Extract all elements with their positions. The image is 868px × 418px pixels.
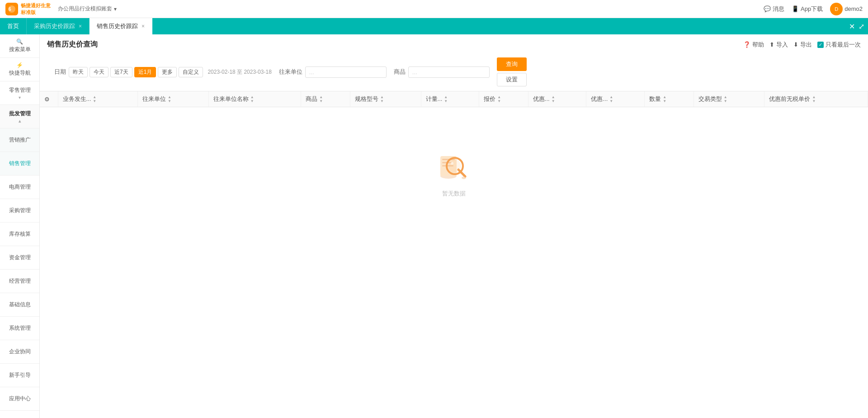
col-qty[interactable]: 数量 ▲▼: [645, 91, 694, 107]
product-input[interactable]: ...: [408, 66, 490, 78]
product-filter-group: 商品 ...: [394, 66, 490, 78]
date-btn-custom[interactable]: 自定义: [179, 67, 203, 77]
sidebar-item-finance[interactable]: 资金管理: [0, 246, 39, 270]
close-all-tabs-btn[interactable]: ✕: [849, 22, 855, 31]
col-unit[interactable]: 计量... ▲▼: [421, 91, 479, 107]
sidebar-item-ecommerce[interactable]: 电商管理: [0, 176, 39, 199]
sidebar-item-retail-mgmt[interactable]: 零售管理 ▾: [0, 81, 39, 105]
tab-purchase-history-close[interactable]: ×: [79, 23, 82, 29]
sidebar-item-marketing[interactable]: 营销推广: [0, 128, 39, 152]
chevron-down-icon: ▾: [19, 95, 21, 100]
sidebar-item-sales-mgmt[interactable]: 销售管理: [0, 152, 39, 176]
logo-area: 6 畅捷通好生意 标准版: [5, 2, 51, 15]
tabbar-actions: ✕ ⤢: [845, 22, 868, 31]
date-btn-today[interactable]: 今天: [90, 67, 108, 77]
tabbar: 首页 采购历史价跟踪 × 销售历史价跟踪 × ✕ ⤢: [0, 18, 868, 34]
col-pre-tax-price[interactable]: 优惠前无税单价 ▲▼: [764, 91, 868, 107]
page-title: 销售历史价查询: [47, 40, 98, 49]
sidebar-item-system[interactable]: 系统管理: [0, 317, 39, 340]
sidebar-item-operations[interactable]: 经营管理: [0, 270, 39, 293]
settings-button[interactable]: 设置: [497, 73, 527, 86]
date-range-text: 2023-02-18 至 2023-03-18: [208, 68, 271, 76]
col-trade-type[interactable]: 交易类型 ▲▼: [693, 91, 764, 107]
product-placeholder: ...: [412, 69, 417, 76]
message-btn[interactable]: 💬 消息: [764, 5, 784, 13]
topbar-right: 💬 消息 📱 App下载 D demo2: [764, 3, 863, 15]
topbar: 6 畅捷通好生意 标准版 办公用品行业模拟账套 ▾ 💬 消息 📱 App下载 D…: [0, 0, 868, 18]
sidebar-item-inventory[interactable]: 库存核算: [0, 223, 39, 246]
export-icon: ⬇: [793, 41, 798, 48]
date-filter-group: 日期 昨天 今天 近7天 近1月 更多 自定义 2023-02-18 至 202…: [54, 67, 272, 77]
only-last-checkbox[interactable]: 只看最后一次: [817, 41, 861, 49]
app-selector[interactable]: 办公用品行业模拟账套 ▾: [54, 5, 120, 13]
app-download-btn[interactable]: 📱 App下载: [792, 5, 823, 13]
sidebar-item-quick-nav[interactable]: ⚡ 快捷导航: [0, 58, 39, 81]
logo-text: 畅捷通好生意 标准版: [21, 2, 51, 15]
col-partner-name[interactable]: 往来单位名称 ▲▼: [208, 91, 301, 107]
partner-label: 往来单位: [279, 68, 302, 76]
chevron-up-icon: ▴: [19, 119, 21, 124]
expand-btn[interactable]: ⤢: [859, 22, 864, 31]
header-actions: ❓ 帮助 ⬆ 导入 ⬇ 导出 只看最后一次: [743, 41, 861, 49]
col-quote[interactable]: 报价 ▲▼: [479, 91, 528, 107]
table-body: 暂无数据: [40, 107, 868, 234]
page-title-row: 销售历史价查询 ❓ 帮助 ⬆ 导入 ⬇ 导出: [47, 40, 861, 49]
user-menu[interactable]: D demo2: [830, 3, 863, 15]
sidebar: 🔍 搜索菜单 ⚡ 快捷导航 零售管理 ▾ 批发管理 ▴ 营销推广 销售管理 电商…: [0, 34, 40, 418]
sidebar-item-guide[interactable]: 新手引导: [0, 364, 39, 387]
search-icon: 🔍: [16, 38, 23, 45]
empty-illustration: [431, 143, 476, 184]
col-product[interactable]: 商品 ▲▼: [301, 91, 350, 107]
partner-input[interactable]: ...: [305, 66, 387, 78]
sidebar-item-purchase[interactable]: 采购管理: [0, 199, 39, 223]
date-btn-more[interactable]: 更多: [158, 67, 177, 77]
sidebar-item-enterprise[interactable]: 企业协同: [0, 340, 39, 364]
date-label: 日期: [54, 68, 66, 76]
tab-sales-history[interactable]: 销售历史价跟踪 ×: [90, 18, 152, 34]
col-discount-amt[interactable]: 优惠... ▲▼: [586, 91, 645, 107]
product-label: 商品: [394, 68, 406, 76]
sidebar-item-app-center[interactable]: 应用中心: [0, 387, 39, 411]
topbar-left: 6 畅捷通好生意 标准版 办公用品行业模拟账套 ▾: [5, 2, 120, 15]
sidebar-item-wholesale-mgmt[interactable]: 批发管理 ▴: [0, 105, 39, 128]
data-table: ⚙ 业务发生... ▲▼ 往来单位 ▲▼: [40, 91, 868, 234]
svg-text:6: 6: [9, 7, 11, 12]
col-partner-code[interactable]: 往来单位 ▲▼: [138, 91, 209, 107]
tab-sales-history-close[interactable]: ×: [142, 23, 145, 29]
content-area: 销售历史价查询 ❓ 帮助 ⬆ 导入 ⬇ 导出: [40, 34, 868, 418]
partner-placeholder: ...: [309, 69, 314, 76]
export-btn[interactable]: ⬇ 导出: [793, 41, 812, 49]
tab-home[interactable]: 首页: [0, 18, 27, 34]
col-discount-rate[interactable]: 优惠... ▲▼: [528, 91, 586, 107]
phone-icon: 📱: [792, 5, 799, 12]
table-header: ⚙ 业务发生... ▲▼ 往来单位 ▲▼: [40, 91, 868, 107]
import-btn[interactable]: ⬆ 导入: [769, 41, 788, 49]
main-layout: 🔍 搜索菜单 ⚡ 快捷导航 零售管理 ▾ 批发管理 ▴ 营销推广 销售管理 电商…: [0, 34, 868, 418]
sidebar-item-search-menu[interactable]: 🔍 搜索菜单: [0, 34, 39, 58]
help-icon: ❓: [743, 41, 750, 48]
col-biz-date[interactable]: 业务发生... ▲▼: [58, 91, 138, 107]
query-button[interactable]: 查询: [497, 57, 527, 71]
partner-filter-group: 往来单位 ...: [279, 66, 387, 78]
svg-point-10: [451, 162, 453, 165]
sidebar-item-basic-info[interactable]: 基础信息: [0, 293, 39, 317]
empty-state: 暂无数据: [40, 107, 868, 234]
avatar: D: [830, 3, 843, 15]
help-btn[interactable]: ❓ 帮助: [743, 41, 764, 49]
empty-text: 暂无数据: [442, 190, 466, 198]
date-btn-1month[interactable]: 近1月: [134, 67, 156, 77]
gear-icon[interactable]: ⚙: [44, 96, 50, 103]
filter-row: 日期 昨天 今天 近7天 近1月 更多 自定义 2023-02-18 至 202…: [47, 54, 861, 91]
col-spec[interactable]: 规格型号 ▲▼: [350, 91, 421, 107]
date-btn-yesterday[interactable]: 昨天: [69, 67, 88, 77]
table-wrapper: ⚙ 业务发生... ▲▼ 往来单位 ▲▼: [40, 91, 868, 418]
logo-icon: 6: [5, 3, 18, 15]
svg-point-11: [462, 176, 466, 179]
tab-purchase-history[interactable]: 采购历史价跟踪 ×: [27, 18, 90, 34]
page-header: 销售历史价查询 ❓ 帮助 ⬆ 导入 ⬇ 导出: [40, 34, 868, 91]
date-buttons: 昨天 今天 近7天 近1月 更多 自定义: [69, 67, 203, 77]
filter-actions: 查询 设置: [497, 57, 527, 86]
checkbox-icon: [817, 42, 824, 48]
date-btn-7days[interactable]: 近7天: [110, 67, 132, 77]
sidebar-item-wechat[interactable]: 企业微信: [0, 411, 39, 418]
